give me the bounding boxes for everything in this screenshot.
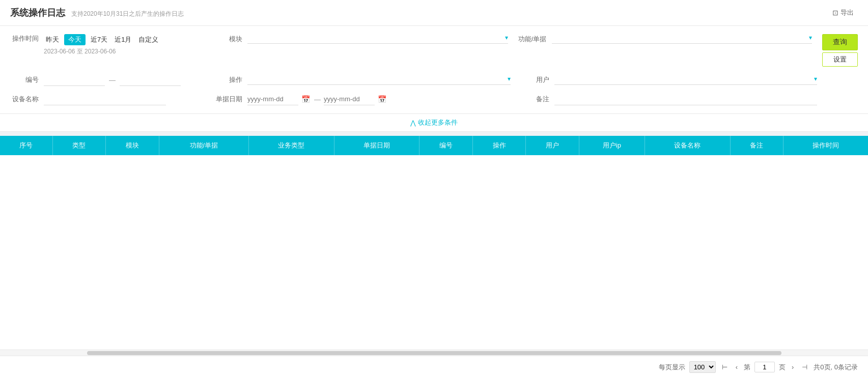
next-page-btn[interactable]: › <box>790 362 796 372</box>
col-module: 模块 <box>106 136 159 155</box>
calendar-to-icon[interactable]: 📅 <box>378 95 386 103</box>
time-filter: 昨天 今天 近7天 近1月 自定义 2023-06-06 至 2023-06-0… <box>44 34 204 56</box>
prev-page-btn[interactable]: ‹ <box>734 362 740 372</box>
page-wrapper: 系统操作日志 支持2020年10月31日之后产生的操作日志 ⊡ 导出 操作时间 … <box>0 0 868 378</box>
user-label: 用户 <box>521 75 549 84</box>
module-dropdown-icon: ▾ <box>505 34 508 41</box>
module-select[interactable]: ▾ <box>247 34 508 44</box>
export-button[interactable]: ⊡ 导出 <box>828 6 858 19</box>
col-doc-date: 单据日期 <box>334 136 419 155</box>
settings-button[interactable]: 设置 <box>822 52 858 67</box>
col-seq: 序号 <box>0 136 52 155</box>
scrollbar-thumb <box>87 351 781 355</box>
op-select[interactable]: ▾ <box>247 75 511 85</box>
code-to-input[interactable] <box>120 74 181 86</box>
col-code: 编号 <box>419 136 472 155</box>
device-label: 设备名称 <box>10 95 39 104</box>
op-label: 操作 <box>214 75 242 84</box>
page-total: 共0页, 0条记录 <box>814 363 858 372</box>
date-sep: — <box>314 96 321 103</box>
last-month-btn[interactable]: 近1月 <box>113 34 133 45</box>
date-to-input[interactable] <box>324 93 375 105</box>
collapse-bar[interactable]: ⋀ 收起更多条件 <box>0 114 868 132</box>
first-page-btn[interactable]: ⊢ <box>720 362 730 372</box>
col-func: 功能/单据 <box>159 136 248 155</box>
page-number-input[interactable] <box>754 362 775 372</box>
page-label: 第 <box>744 363 750 372</box>
page-header: 系统操作日志 支持2020年10月31日之后产生的操作日志 ⊡ 导出 <box>0 0 868 26</box>
remark-input[interactable] <box>554 93 818 105</box>
collapse-icon: ⋀ <box>410 119 416 127</box>
empty-area <box>0 171 868 350</box>
pagination-bar: 每页显示 100 50 200 ⊢ ‹ 第 页 › ⊣ 共0页, 0条记录 <box>0 356 868 378</box>
doc-date-range: 📅 — 📅 <box>247 93 511 105</box>
code-label: 编号 <box>10 75 39 84</box>
time-range-display: 2023-06-06 至 2023-06-06 <box>44 47 204 56</box>
date-from-input[interactable] <box>247 93 298 105</box>
scrollbar-area[interactable] <box>0 350 868 356</box>
page-size-select[interactable]: 100 50 200 <box>689 361 716 373</box>
code-range: — <box>44 74 204 86</box>
col-op-time: 操作时间 <box>783 136 868 155</box>
action-buttons: 查询 设置 <box>822 34 858 67</box>
last-page-btn[interactable]: ⊣ <box>800 362 809 372</box>
today-btn[interactable]: 今天 <box>64 34 86 45</box>
export-icon: ⊡ <box>832 9 838 17</box>
page-unit: 页 <box>779 363 786 372</box>
main-content: 序号 类型 模块 功能/单据 业务类型 单据日期 编号 操作 用户 用户ip 设… <box>0 136 868 350</box>
col-op: 操作 <box>472 136 525 155</box>
user-dropdown-icon: ▾ <box>814 75 817 82</box>
collapse-bar-content: ⋀ 收起更多条件 <box>410 118 458 127</box>
func-label: 功能/单据 <box>518 35 547 44</box>
col-biz-type: 业务类型 <box>249 136 334 155</box>
code-sep: — <box>109 76 116 84</box>
page-subtitle: 支持2020年10月31日之后产生的操作日志 <box>71 10 184 18</box>
device-input[interactable] <box>44 93 166 105</box>
module-label: 模块 <box>214 35 242 44</box>
yesterday-btn[interactable]: 昨天 <box>44 34 61 45</box>
table-header-row: 序号 类型 模块 功能/单据 业务类型 单据日期 编号 操作 用户 用户ip 设… <box>0 136 868 155</box>
page-size-label: 每页显示 <box>659 363 685 372</box>
doc-date-label: 单据日期 <box>214 95 242 104</box>
func-dropdown-icon: ▾ <box>809 34 812 41</box>
col-user: 用户 <box>526 136 579 155</box>
header-left: 系统操作日志 支持2020年10月31日之后产生的操作日志 <box>10 7 184 19</box>
filter-area: 操作时间 昨天 今天 近7天 近1月 自定义 2023-06-06 至 2023… <box>0 26 868 114</box>
remark-label: 备注 <box>521 95 549 104</box>
col-type: 类型 <box>52 136 105 155</box>
export-label: 导出 <box>841 8 854 17</box>
time-label: 操作时间 <box>10 34 39 43</box>
data-table: 序号 类型 模块 功能/单据 业务类型 单据日期 编号 操作 用户 用户ip 设… <box>0 136 868 155</box>
time-buttons: 昨天 今天 近7天 近1月 自定义 <box>44 34 204 45</box>
user-select[interactable]: ▾ <box>554 75 818 85</box>
query-button[interactable]: 查询 <box>822 34 858 50</box>
col-user-ip: 用户ip <box>579 136 645 155</box>
calendar-from-icon[interactable]: 📅 <box>301 95 310 103</box>
last7-btn[interactable]: 近7天 <box>89 34 109 45</box>
code-from-input[interactable] <box>44 74 105 86</box>
col-device: 设备名称 <box>645 136 730 155</box>
page-title: 系统操作日志 <box>10 7 65 19</box>
table-wrapper: 序号 类型 模块 功能/单据 业务类型 单据日期 编号 操作 用户 用户ip 设… <box>0 136 868 171</box>
col-remark: 备注 <box>730 136 783 155</box>
table-head: 序号 类型 模块 功能/单据 业务类型 单据日期 编号 操作 用户 用户ip 设… <box>0 136 868 155</box>
op-dropdown-icon: ▾ <box>508 75 511 82</box>
func-select[interactable]: ▾ <box>552 34 813 44</box>
custom-btn[interactable]: 自定义 <box>136 34 160 45</box>
collapse-label: 收起更多条件 <box>418 118 458 127</box>
